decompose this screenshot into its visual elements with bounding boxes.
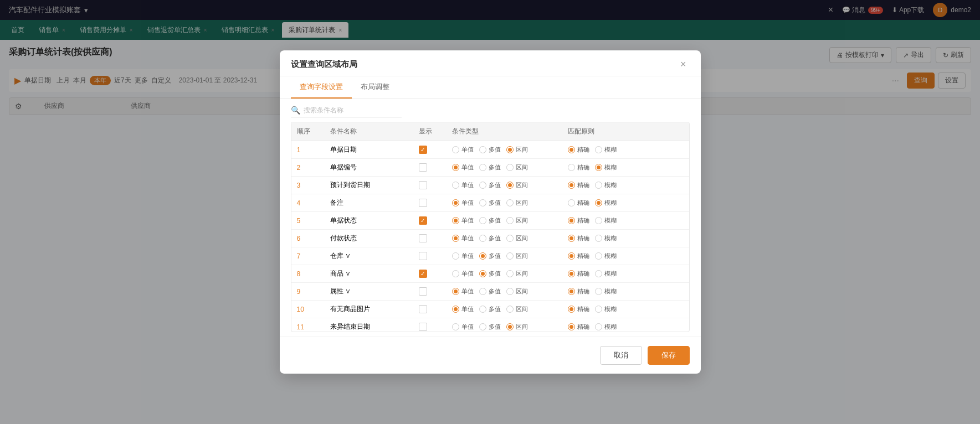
type-radio-item[interactable]: 多值 — [479, 305, 501, 313]
type-radio-item[interactable]: 多值 — [479, 252, 501, 260]
match-radio-item[interactable]: 模糊 — [595, 323, 617, 331]
type-radio-item[interactable]: 单值 — [452, 234, 474, 242]
match-radio-item[interactable]: 精确 — [568, 234, 589, 242]
radio-label: 单值 — [461, 305, 474, 313]
row-display-checkbox[interactable] — [419, 270, 427, 278]
match-radio-item[interactable]: 模糊 — [595, 181, 617, 189]
radio-label: 精确 — [577, 287, 589, 296]
radio-dot — [506, 270, 514, 277]
type-radio-item[interactable]: 单值 — [452, 216, 474, 225]
type-radio-item[interactable]: 单值 — [452, 305, 474, 313]
type-radio-item[interactable]: 单值 — [452, 163, 474, 172]
type-radio-item[interactable]: 区间 — [506, 252, 528, 260]
match-radio-item[interactable]: 模糊 — [595, 146, 617, 154]
match-radio-item[interactable]: 精确 — [568, 163, 589, 172]
radio-label: 单值 — [461, 287, 474, 296]
radio-label: 精确 — [577, 163, 589, 172]
type-radio-item[interactable]: 多值 — [479, 199, 501, 207]
radio-dot — [568, 306, 575, 313]
type-radio-item[interactable]: 区间 — [506, 234, 528, 242]
type-radio-item[interactable]: 区间 — [506, 163, 528, 172]
row-order: 8 — [297, 270, 330, 278]
type-radio-item[interactable]: 区间 — [506, 181, 528, 189]
table-body: 1单据日期单值多值区间精确模糊2单据编号单值多值区间精确模糊3预计到货日期单值多… — [291, 141, 689, 332]
type-radio-item[interactable]: 区间 — [506, 270, 528, 278]
radio-label: 区间 — [516, 163, 528, 172]
dialog-close-button[interactable]: × — [677, 58, 690, 70]
type-radio-item[interactable]: 多值 — [479, 163, 501, 172]
row-display-checkbox[interactable] — [419, 323, 427, 331]
match-radio-item[interactable]: 精确 — [568, 199, 589, 207]
type-radio-item[interactable]: 多值 — [479, 216, 501, 225]
dialog-header: 设置查询区域布局 × — [280, 50, 701, 76]
tab-layout-adjust[interactable]: 布局调整 — [352, 76, 398, 99]
type-radio-item[interactable]: 区间 — [506, 146, 528, 154]
tab-query-fields[interactable]: 查询字段设置 — [291, 76, 352, 99]
row-display-checkbox[interactable] — [419, 146, 427, 154]
table-row: 8商品 ∨单值多值区间精确模糊 — [291, 265, 689, 283]
col-type-header: 条件类型 — [452, 127, 568, 136]
row-display-checkbox[interactable] — [419, 216, 427, 225]
match-radio-item[interactable]: 精确 — [568, 146, 589, 154]
type-radio-item[interactable]: 单值 — [452, 323, 474, 331]
radio-dot — [452, 306, 459, 313]
match-radio-item[interactable]: 模糊 — [595, 199, 617, 207]
match-radio-item[interactable]: 模糊 — [595, 234, 617, 242]
type-radio-item[interactable]: 单值 — [452, 181, 474, 189]
radio-label: 多值 — [489, 181, 501, 189]
type-radio-item[interactable]: 多值 — [479, 146, 501, 154]
match-radio-item[interactable]: 精确 — [568, 270, 589, 278]
radio-label: 多值 — [489, 234, 501, 242]
match-radio-item[interactable]: 精确 — [568, 323, 589, 331]
cancel-button[interactable]: 取消 — [600, 346, 642, 365]
save-button[interactable]: 保存 — [648, 346, 690, 365]
match-radio-item[interactable]: 精确 — [568, 216, 589, 225]
radio-dot — [568, 164, 575, 171]
match-radio-item[interactable]: 模糊 — [595, 163, 617, 172]
match-radio-item[interactable]: 模糊 — [595, 270, 617, 278]
type-radio-item[interactable]: 多值 — [479, 181, 501, 189]
type-radio-item[interactable]: 单值 — [452, 146, 474, 154]
radio-label: 多值 — [489, 252, 501, 260]
row-display-checkbox[interactable] — [419, 163, 427, 172]
row-display-checkbox[interactable] — [419, 252, 427, 260]
match-radio-item[interactable]: 模糊 — [595, 252, 617, 260]
type-radio-item[interactable]: 多值 — [479, 270, 501, 278]
type-radio-item[interactable]: 单值 — [452, 287, 474, 296]
match-radio-item[interactable]: 精确 — [568, 252, 589, 260]
row-display-checkbox[interactable] — [419, 287, 427, 296]
match-radio-item[interactable]: 精确 — [568, 287, 589, 296]
type-radio-item[interactable]: 区间 — [506, 287, 528, 296]
match-radio-item[interactable]: 模糊 — [595, 305, 617, 313]
col-order-header: 顺序 — [297, 127, 330, 136]
type-radio-item[interactable]: 多值 — [479, 234, 501, 242]
type-radio-item[interactable]: 区间 — [506, 323, 528, 331]
row-order: 4 — [297, 199, 330, 207]
search-input[interactable] — [304, 106, 392, 114]
row-display-checkbox[interactable] — [419, 199, 427, 207]
radio-dot — [452, 182, 459, 189]
type-radio-item[interactable]: 单值 — [452, 252, 474, 260]
type-radio-item[interactable]: 区间 — [506, 199, 528, 207]
row-display-checkbox[interactable] — [419, 305, 427, 313]
type-radio-item[interactable]: 区间 — [506, 305, 528, 313]
row-order: 5 — [297, 217, 330, 225]
type-radio-item[interactable]: 单值 — [452, 199, 474, 207]
type-radio-item[interactable]: 区间 — [506, 216, 528, 225]
radio-dot — [479, 199, 486, 206]
radio-dot — [568, 146, 575, 153]
radio-dot — [479, 146, 486, 153]
type-radio-item[interactable]: 多值 — [479, 323, 501, 331]
match-radio-item[interactable]: 精确 — [568, 305, 589, 313]
type-radio-item[interactable]: 单值 — [452, 270, 474, 278]
match-radio-item[interactable]: 模糊 — [595, 216, 617, 225]
match-radio-item[interactable]: 精确 — [568, 181, 589, 189]
type-radio-item[interactable]: 多值 — [479, 287, 501, 296]
radio-dot — [506, 182, 514, 189]
row-display-checkbox[interactable] — [419, 181, 427, 189]
radio-dot — [479, 270, 486, 277]
match-radio-item[interactable]: 模糊 — [595, 287, 617, 296]
row-name: 预计到货日期 — [330, 180, 419, 190]
row-display-checkbox[interactable] — [419, 234, 427, 242]
radio-label: 模糊 — [604, 305, 617, 313]
